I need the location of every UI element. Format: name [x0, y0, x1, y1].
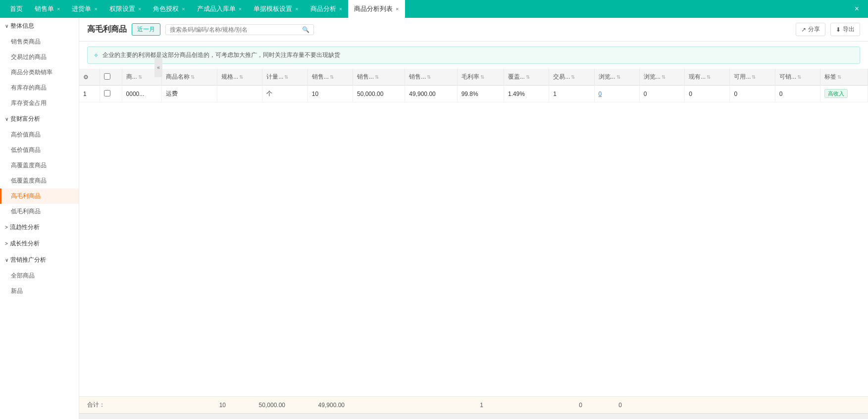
col-header-name[interactable]: 商品名称⇅: [161, 69, 217, 86]
nav-close-5[interactable]: ×: [239, 0, 242, 18]
view-link[interactable]: 0: [599, 91, 602, 97]
row-sale-amount: 50,000.00: [353, 86, 405, 102]
sidebar-group-label-2: 流趋性分析: [10, 223, 40, 232]
nav-item-5[interactable]: 产成品入库单×: [191, 0, 248, 18]
nav-item-6[interactable]: 单据模板设置×: [248, 0, 304, 18]
sidebar-group-4[interactable]: ∨营销推广分析: [0, 252, 79, 268]
nav-close-6[interactable]: ×: [295, 0, 298, 18]
sort-icon-gross_margin: ⇅: [480, 74, 484, 80]
sidebar-group-3[interactable]: >成长性分析: [0, 235, 79, 252]
sidebar-item-1-0[interactable]: 高价值商品: [0, 127, 79, 142]
sidebar-item-1-5[interactable]: 低毛利商品: [0, 204, 79, 219]
row-checkbox: [100, 86, 122, 102]
row-sale-cost: 49,900.00: [405, 86, 457, 102]
sidebar-group-1[interactable]: ∨贫财富分析: [0, 111, 79, 127]
sort-icon-tag: ⇅: [837, 74, 841, 80]
sidebar-item-0-2[interactable]: 商品分类助销率: [0, 65, 79, 80]
nav-item-0[interactable]: 首页: [4, 0, 29, 18]
window-close-button[interactable]: ×: [850, 4, 864, 13]
row-index: 1: [79, 86, 100, 102]
search-input[interactable]: [170, 26, 302, 33]
horizontal-scrollbar[interactable]: [79, 413, 868, 419]
sidebar-item-4-0[interactable]: 全部商品: [0, 268, 79, 283]
col-header-current[interactable]: 现有...⇅: [685, 69, 730, 86]
sort-icon-trade: ⇅: [571, 74, 575, 80]
top-nav: 首页销售单×进货单×权限设置×角色授权×产成品入库单×单据模板设置×商品分析×商…: [0, 0, 868, 18]
footer-sale-amount: 50,000.00: [226, 402, 285, 409]
col-header-trade[interactable]: 交易...⇅: [549, 69, 594, 86]
sidebar-item-1-3[interactable]: 低覆盖度商品: [0, 173, 79, 188]
table-row: 10000...运费个1050,000.0049,900.0099.8%1.49…: [79, 86, 868, 102]
nav-close-3[interactable]: ×: [138, 0, 141, 18]
export-icon: ⬇: [836, 26, 841, 33]
group-arrow-icon-2: >: [5, 225, 8, 230]
sidebar-item-1-4[interactable]: 高毛利商品: [0, 188, 79, 204]
row-trade: 1: [549, 86, 594, 102]
sort-icon-name: ⇅: [191, 74, 195, 80]
footer-sale-cost: 49,900.00: [285, 402, 345, 409]
sidebar-item-1-1[interactable]: 低价值商品: [0, 142, 79, 158]
share-icon: ↗: [801, 26, 806, 33]
sort-icon-sale_cost: ⇅: [427, 74, 431, 80]
sidebar-item-0-4[interactable]: 库存资金占用: [0, 95, 79, 111]
nav-close-2[interactable]: ×: [94, 0, 97, 18]
col-header-saleable[interactable]: 可销...⇅: [775, 69, 820, 86]
sidebar-item-1-2[interactable]: 高覆盖度商品: [0, 158, 79, 173]
col-header-settings[interactable]: ⚙: [79, 69, 100, 86]
settings-icon[interactable]: ⚙: [83, 74, 89, 81]
footer-available: 0: [582, 402, 622, 409]
col-header-unit[interactable]: 计量...⇅: [262, 69, 307, 86]
sidebar-item-0-1[interactable]: 交易过的商品: [0, 49, 79, 65]
col-header-spec[interactable]: 规格...⇅: [217, 69, 262, 86]
sort-icon-code: ⇅: [138, 74, 142, 80]
nav-close-7[interactable]: ×: [339, 0, 342, 18]
col-header-view1[interactable]: 浏览...⇅: [594, 69, 639, 86]
sort-icon-unit: ⇅: [284, 74, 288, 80]
nav-item-4[interactable]: 角色授权×: [147, 0, 191, 18]
nav-close-4[interactable]: ×: [182, 0, 185, 18]
search-icon[interactable]: 🔍: [302, 26, 309, 33]
group-arrow-icon-1: ∨: [5, 116, 8, 122]
row-spec: [217, 86, 262, 102]
sidebar-group-0[interactable]: ∨整体信息: [0, 18, 79, 34]
col-header-gross_margin[interactable]: 毛利率⇅: [457, 69, 504, 86]
col-header-sale_amount[interactable]: 销售...⇅: [353, 69, 405, 86]
col-header-view2[interactable]: 浏览...⇅: [639, 69, 684, 86]
row-saleable: 0: [775, 86, 820, 102]
sidebar-item-0-0[interactable]: 销售类商品: [0, 34, 79, 49]
nav-item-3[interactable]: 权限设置×: [103, 0, 147, 18]
share-button[interactable]: ↗ 分享: [796, 23, 825, 36]
col-header-coverage[interactable]: 覆盖...⇅: [504, 69, 549, 86]
footer-label: 合计：: [87, 401, 186, 409]
nav-close-1[interactable]: ×: [57, 0, 60, 18]
nav-item-7[interactable]: 商品分析×: [305, 0, 348, 18]
col-header-tag[interactable]: 标签⇅: [820, 69, 868, 86]
sidebar-collapse-button[interactable]: «: [154, 57, 162, 77]
filter-recent-month-button[interactable]: 近一月: [132, 23, 160, 36]
sidebar-item-4-1[interactable]: 新品: [0, 283, 79, 299]
col-header-checkbox[interactable]: [100, 69, 122, 86]
sidebar-group-label-4: 营销推广分析: [10, 256, 46, 264]
col-header-sale_cost[interactable]: 销售...⇅: [405, 69, 457, 86]
info-banner: ✧ 企业的主要的利润都是这部分商品创造的，可考虑加大推广，同时关注库存量不要出现…: [87, 47, 860, 64]
export-button[interactable]: ⬇ 导出: [830, 23, 860, 36]
row-select-checkbox[interactable]: [104, 90, 110, 96]
footer-current: 0: [543, 402, 582, 409]
sort-icon-available: ⇅: [752, 74, 756, 80]
info-text: 企业的主要的利润都是这部分商品创造的，可考虑加大推广，同时关注库存量不要出现缺货: [102, 51, 340, 59]
sidebar-group-label-1: 贫财富分析: [10, 115, 40, 123]
nav-item-2[interactable]: 进货单×: [66, 0, 103, 18]
footer-trade: 1: [444, 402, 483, 409]
nav-close-8[interactable]: ×: [396, 0, 399, 18]
nav-item-1[interactable]: 销售单×: [29, 0, 66, 18]
footer-totals: 合计： 10 50,000.00 49,900.00 1 0 0: [79, 396, 868, 413]
row-view2: 0: [639, 86, 684, 102]
content-area: 高毛利商品 近一月 🔍 ↗ 分享 ⬇ 导出 ✧ 企业的主要: [79, 18, 868, 419]
col-header-available[interactable]: 可用...⇅: [730, 69, 775, 86]
search-box: 🔍: [165, 24, 314, 35]
col-header-sale_qty[interactable]: 销售...⇅: [307, 69, 353, 86]
select-all-checkbox[interactable]: [104, 73, 110, 80]
sidebar-item-0-3[interactable]: 有库存的商品: [0, 80, 79, 95]
sidebar-group-2[interactable]: >流趋性分析: [0, 219, 79, 235]
nav-item-8[interactable]: 商品分析列表×: [348, 0, 405, 18]
